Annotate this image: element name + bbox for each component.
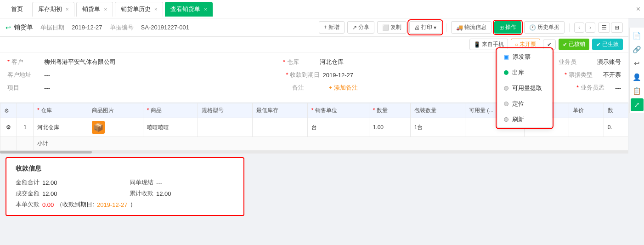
tab-inventory[interactable]: 库存期初 × — [32, 2, 74, 17]
sidebar-note-icon[interactable]: 📋 — [631, 85, 644, 97]
td-pack-qty: 1台 — [410, 118, 465, 137]
td-qty: 1.00 — [369, 118, 410, 137]
sidebar-link-icon[interactable]: 🔗 — [631, 43, 644, 56]
due-date-label: 收款到期日 — [286, 71, 323, 79]
refresh-label: 刷新 — [512, 115, 524, 124]
same-settlement-label: 同单现结 — [130, 178, 153, 187]
new-button[interactable]: + 新增 — [319, 21, 345, 34]
staff-field: 业务员 演示账号 — [559, 58, 621, 66]
operation-button[interactable]: ⊞ 操作 — [494, 21, 521, 34]
outbound-item[interactable]: 出库 — [497, 65, 552, 80]
tab-sales-history[interactable]: 销货单历史 × — [115, 2, 163, 17]
locate-item[interactable]: 定位 — [497, 96, 552, 112]
td-subtotal-num — [17, 137, 34, 151]
toolbar-separator — [446, 23, 446, 32]
tab-inventory-label: 库存期初 — [38, 5, 62, 13]
tab-view-sales-close[interactable]: × — [204, 6, 207, 12]
add-invoice-item[interactable]: ▣ 添发票 — [497, 49, 552, 65]
ticket-field: 票据类型 不开票 — [565, 71, 621, 79]
refresh-item[interactable]: 刷新 — [497, 112, 552, 127]
logistics-icon: 🚚 — [456, 24, 463, 31]
share-label: 分享 — [358, 23, 369, 31]
share-icon: ↗ — [352, 24, 357, 31]
td-img: 📦 — [88, 118, 143, 137]
th-spec: 规格型号 — [198, 103, 252, 118]
owed-date: 2019-12-27 — [97, 201, 128, 208]
address-field: 客户地址 --- — [7, 71, 286, 79]
list-view-btn[interactable]: ☰ — [598, 23, 610, 33]
grid-view-btn[interactable]: ⊞ — [611, 23, 623, 33]
doc-toolbar: ↩ 销货单 单据日期 2019-12-27 单据编号 SA-20191227-0… — [0, 18, 628, 37]
main-container: 首页 库存期初 × 销货单 × 销货单历史 × 查看销货单 × × ↩ 销货单 … — [0, 0, 644, 245]
th-price: 单价 — [569, 103, 604, 118]
scrollbar[interactable] — [0, 151, 628, 154]
cumulative-label: 累计收款 — [130, 189, 153, 198]
td-gear[interactable]: ⚙ — [0, 118, 17, 137]
next-arrow[interactable]: › — [585, 23, 595, 33]
logistics-button[interactable]: 🚚 物流信息 — [451, 21, 491, 34]
project-field: 项目 --- — [7, 84, 292, 92]
th-pack-qty: 包装数量 — [410, 103, 465, 118]
th-product: 商品 — [143, 103, 198, 118]
doc-date-label: 单据日期 — [40, 23, 64, 32]
scrollbar-thumb[interactable] — [0, 151, 92, 154]
tab-sales[interactable]: 销货单 × — [76, 2, 113, 17]
avail-extract-item[interactable]: 可用量提取 — [497, 80, 552, 96]
td-warehouse: 河北仓库 — [34, 118, 88, 137]
check-btn[interactable]: ✔ — [543, 40, 556, 50]
total-row: 金额合计 12.00 — [16, 178, 120, 187]
doc-title-text: 销货单 — [14, 23, 33, 32]
sidebar-doc-icon[interactable]: 📄 — [631, 29, 644, 42]
doc-no-label: 单据编号 — [110, 23, 134, 32]
salesperson-field: 业务员孟 --- — [576, 84, 621, 92]
print-button[interactable]: 🖨 打印 ▾ — [409, 21, 441, 34]
th-gear: ⚙ — [0, 103, 17, 118]
deal-amount-label: 成交金额 — [16, 189, 40, 198]
tab-sales-close[interactable]: × — [104, 6, 107, 12]
share-button[interactable]: ↗ 分享 — [347, 21, 374, 34]
tab-sales-label: 销货单 — [82, 5, 100, 13]
note-add-btn[interactable]: + 添加备注 — [329, 84, 358, 92]
tab-sales-history-close[interactable]: × — [154, 6, 157, 12]
copy-button[interactable]: ⬜ 复制 — [377, 21, 407, 34]
td-subtotal-label: 小计 — [34, 137, 628, 151]
tab-inventory-close[interactable]: × — [66, 6, 68, 12]
total-label: 金额合计 — [16, 178, 40, 187]
tab-view-sales[interactable]: 查看销货单 × — [165, 2, 212, 17]
from-phone-label: 来自手机 — [482, 40, 504, 48]
already-effective-btn[interactable]: ✔ 已生效 — [592, 39, 623, 50]
outbound-label: 出库 — [512, 68, 524, 77]
tab-bar: 首页 库存期初 × 销货单 × 销货单历史 × 查看销货单 × × — [0, 0, 644, 18]
toolbar-separator2 — [569, 23, 570, 32]
already-closed-icon: ✔ — [563, 41, 567, 48]
doc-no-value: SA-20191227-001 — [141, 24, 190, 31]
customer-field: 客户 柳州粤港平安气体有限公司 — [7, 58, 283, 66]
sidebar-return-icon[interactable]: ↩ — [631, 57, 644, 70]
same-settlement-row: 同单现结 --- — [130, 178, 234, 187]
already-effective-label: 已生效 — [602, 40, 619, 48]
window-close-button[interactable]: × — [636, 5, 640, 13]
sidebar-user-icon[interactable]: 👤 — [631, 71, 644, 84]
history-button[interactable]: 🕐 历史单据 — [524, 21, 565, 34]
address-label: 客户地址 — [7, 71, 44, 79]
not-open-icon: ○ — [515, 41, 518, 48]
th-warehouse: 仓库 — [34, 103, 88, 118]
td-unit: 台 — [307, 118, 369, 137]
tab-view-sales-label: 查看销货单 — [170, 5, 200, 13]
avail-extract-label: 可用量提取 — [512, 84, 542, 92]
project-value: --- — [44, 85, 50, 91]
tab-home[interactable]: 首页 — [4, 5, 30, 13]
project-label: 项目 — [7, 84, 44, 92]
th-min-stock: 最低库存 — [253, 103, 307, 118]
td-num: 1 — [17, 118, 34, 137]
outbound-icon — [504, 70, 508, 75]
already-closed-btn[interactable]: ✔ 已核销 — [559, 39, 589, 50]
logistics-label: 物流信息 — [464, 23, 486, 31]
sidebar-expand-icon[interactable]: ⤢ — [631, 98, 644, 111]
already-effective-icon: ✔ — [596, 41, 601, 48]
warehouse-label: 仓库 — [283, 58, 320, 66]
th-amount: 数 — [604, 103, 628, 118]
prev-arrow[interactable]: ‹ — [574, 23, 584, 33]
owed-note-end: ） — [130, 200, 136, 209]
salesperson-value: --- — [615, 85, 621, 91]
